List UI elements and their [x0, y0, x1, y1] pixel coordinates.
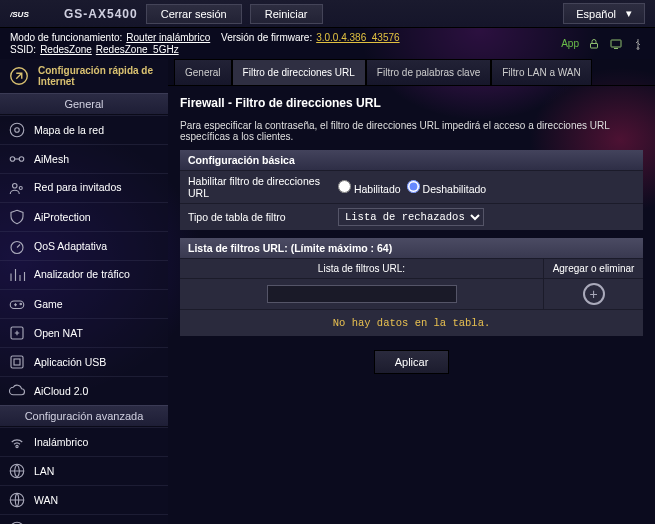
mode-value-link[interactable]: Router inalámbrico	[126, 32, 210, 43]
main-content: GeneralFiltro de direcciones URLFiltro d…	[168, 59, 655, 524]
basic-config-header: Configuración básica	[180, 150, 643, 170]
url-input[interactable]	[267, 285, 457, 303]
language-label: Español	[576, 8, 616, 20]
sidebar-item-label: AiProtection	[34, 211, 91, 223]
sidebar-item-wireless[interactable]: Inalámbrico	[0, 427, 168, 456]
apply-button[interactable]: Aplicar	[374, 350, 450, 374]
reboot-button[interactable]: Reiniciar	[250, 4, 323, 24]
svg-point-10	[19, 187, 22, 190]
ssid-label: SSID:	[10, 44, 36, 55]
mode-label: Modo de funcionamiento:	[10, 32, 122, 43]
info-bar: Modo de funcionamiento: Router inalámbri…	[0, 28, 655, 59]
quick-internet-setup[interactable]: Configuración rápida de Internet	[0, 59, 168, 93]
radio-disabled[interactable]	[407, 180, 420, 193]
sidebar-item-aiprotection[interactable]: AiProtection	[0, 202, 168, 231]
list-input-row: +	[180, 278, 643, 309]
col-action: Agregar o eliminar	[543, 259, 643, 278]
sidebar-item-label: Game	[34, 298, 63, 310]
svg-text:/SUS: /SUS	[10, 9, 29, 18]
tab-keyword-filter[interactable]: Filtro de palabras clave	[366, 59, 491, 85]
sidebar-item-label: Aplicación USB	[34, 356, 106, 368]
sidebar-item-lan[interactable]: LAN	[0, 456, 168, 485]
sidebar-item-label: Mapa de la red	[34, 124, 104, 136]
svg-point-9	[13, 184, 18, 189]
sidebar-item-label: AiMesh	[34, 153, 69, 165]
sidebar-item-qos[interactable]: QoS Adaptativa	[0, 231, 168, 260]
svg-point-8	[19, 157, 24, 162]
svg-rect-1	[591, 43, 598, 48]
sidebar-item-aicloud[interactable]: AiCloud 2.0	[0, 376, 168, 405]
table-type-label: Tipo de tabla de filtro	[188, 211, 338, 223]
radio-enabled-label[interactable]: Habilitado	[338, 180, 401, 195]
svg-rect-2	[611, 40, 621, 47]
col-url: Lista de filtros URL:	[180, 259, 543, 278]
radio-enabled[interactable]	[338, 180, 351, 193]
sidebar-item-label: QoS Adaptativa	[34, 240, 107, 252]
sidebar: Configuración rápida de Internet General…	[0, 59, 168, 524]
no-data-message: No hay datos en la tabla.	[180, 309, 643, 336]
sidebar-item-network-map[interactable]: Mapa de la red	[0, 115, 168, 144]
sidebar-item-open-nat[interactable]: Open NAT	[0, 318, 168, 347]
section-advanced: Configuración avanzada	[0, 405, 168, 427]
tab-url-filter[interactable]: Filtro de direcciones URL	[232, 59, 366, 85]
svg-point-5	[10, 123, 24, 137]
sidebar-item-wan[interactable]: WAN	[0, 485, 168, 514]
sidebar-item-aimesh[interactable]: AiMesh	[0, 144, 168, 173]
sidebar-item-label: Open NAT	[34, 327, 83, 339]
sidebar-item-game[interactable]: Game	[0, 289, 168, 318]
devices-icon[interactable]	[609, 37, 623, 51]
fw-version-link[interactable]: 3.0.0.4.386_43576	[316, 32, 399, 43]
sidebar-item-label: WAN	[34, 494, 58, 506]
sidebar-item-label: Red para invitados	[34, 182, 122, 194]
sidebar-item-guest-network[interactable]: Red para invitados	[0, 173, 168, 202]
sidebar-item-label: Inalámbrico	[34, 436, 88, 448]
ssid1-link[interactable]: RedesZone	[40, 44, 92, 55]
tabs: GeneralFiltro de direcciones URLFiltro d…	[168, 59, 655, 86]
sidebar-item-traffic-analyzer[interactable]: Analizador de tráfico	[0, 260, 168, 289]
sidebar-item-usb-app[interactable]: Aplicación USB	[0, 347, 168, 376]
section-general: General	[0, 93, 168, 115]
svg-rect-16	[14, 359, 20, 365]
logout-button[interactable]: Cerrar sesión	[146, 4, 242, 24]
fw-label: Versión de firmware:	[221, 32, 312, 43]
tab-general[interactable]: General	[174, 59, 232, 85]
enable-row: Habilitar filtro de direcciones URL Habi…	[180, 170, 643, 203]
topbar: /SUS GS-AX5400 Cerrar sesión Reiniciar E…	[0, 0, 655, 28]
plus-icon: +	[589, 287, 597, 301]
sidebar-item-label: LAN	[34, 465, 54, 477]
table-type-row: Tipo de tabla de filtro Lista de rechaza…	[180, 203, 643, 230]
svg-point-6	[15, 128, 20, 133]
table-type-select[interactable]: Lista de rechazados	[338, 208, 484, 226]
url-list-header: Lista de filtros URL: (Límite máximo : 6…	[180, 238, 643, 258]
usb-icon[interactable]	[631, 37, 645, 51]
svg-point-17	[16, 445, 18, 447]
tab-lan-wan-filter[interactable]: Filtro LAN a WAN	[491, 59, 592, 85]
svg-rect-15	[11, 356, 23, 368]
page-title: Firewall - Filtro de direcciones URL	[180, 96, 643, 110]
app-link[interactable]: App	[561, 38, 579, 49]
page-description: Para especificar la contraseña, el filtr…	[180, 120, 643, 142]
sidebar-item-label: AiCloud 2.0	[34, 385, 88, 397]
list-header-row: Lista de filtros URL: Agregar o eliminar	[180, 258, 643, 278]
lock-icon[interactable]	[587, 37, 601, 51]
chevron-down-icon: ▾	[626, 7, 632, 20]
sidebar-item-alexa[interactable]: Amazon Alexa	[0, 514, 168, 524]
radio-disabled-label[interactable]: Deshabilitado	[407, 180, 487, 195]
sidebar-item-label: Analizador de tráfico	[34, 269, 130, 281]
add-button[interactable]: +	[583, 283, 605, 305]
model-name: GS-AX5400	[64, 7, 138, 21]
brand-logo: /SUS	[10, 8, 56, 20]
svg-point-7	[10, 157, 15, 162]
svg-point-13	[20, 303, 22, 305]
ssid2-link[interactable]: RedesZone_5GHz	[96, 44, 179, 55]
language-selector[interactable]: Español ▾	[563, 3, 645, 24]
enable-label: Habilitar filtro de direcciones URL	[188, 175, 338, 199]
